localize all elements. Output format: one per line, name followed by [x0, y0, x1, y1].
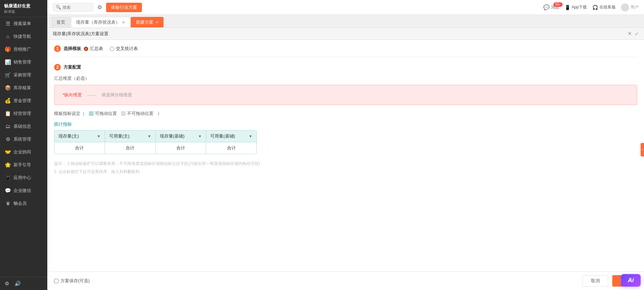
finance-icon: 💰 [5, 98, 11, 104]
sidebar-item-purchase[interactable]: 🛒 采购管理 [0, 69, 47, 81]
sidebar-item-label: 营销推广 [14, 46, 31, 52]
vip-icon: ♛ [5, 200, 11, 207]
message-badge: 99+ [553, 2, 563, 7]
radio-cross-input[interactable] [110, 47, 114, 51]
headset-icon: 🎧 [592, 5, 598, 10]
stats-table-row: 合计 合计 合计 合计 [54, 142, 256, 154]
step2-header: 2 方案配置 [54, 64, 637, 71]
tab-inventory-close-icon[interactable]: ✕ [122, 20, 125, 25]
close-button[interactable]: ✕ [627, 30, 632, 37]
save-option[interactable]: 方案保存(可选) [54, 278, 90, 284]
tip-text-1: 提示： 1.拖动标题栏可以调整布局，不可跨维度或指标区域拖动标注目字段(只能在同… [54, 160, 260, 168]
step2-number: 2 [54, 64, 61, 71]
main-section: 1 选择模板 汇总表 交叉统计表 [47, 40, 644, 188]
chevron-down-icon-3[interactable]: ▼ [249, 134, 252, 138]
sidebar-item-sales[interactable]: 📊 销售管理 [0, 56, 47, 69]
tab-inventory-status[interactable]: 现存量（库存状况表） ✕ [71, 17, 130, 27]
sidebar-item-search-menu[interactable]: ☰ 搜索菜单 [0, 17, 47, 30]
sidebar-item-newbie[interactable]: 🌟 新手引导 [0, 159, 47, 171]
drag-handle-icon [89, 111, 94, 116]
sidebar-item-base-info[interactable]: 🗂 基础信息 [0, 120, 47, 133]
sales-icon: 📊 [5, 59, 11, 65]
sidebar-item-label: 库存核算 [14, 85, 31, 91]
tip-text-2: 2. 点击标题栏下拉可设置排序、插入列和删除列 [54, 168, 140, 176]
indicator-settings-suffix: ） [157, 111, 162, 117]
sidebar-item-label: 企业微信 [14, 188, 31, 194]
sidebar-item-system[interactable]: ⚙ 系统管理 [0, 133, 47, 146]
newbie-icon: 🌟 [5, 162, 11, 168]
content-header: 现存量(库存状况表)方案设置 ✕ ⤢ [47, 28, 644, 40]
sidebar-item-label: 应用中心 [14, 175, 31, 181]
stats-col-current-main[interactable]: 现存量(主) ▼ [54, 130, 105, 142]
step1-title: 选择模板 [64, 46, 81, 52]
cancel-button[interactable]: 取消 [583, 275, 608, 287]
sidebar-item-app-center[interactable]: 📱 应用中心 [0, 171, 47, 184]
stats-table: 现存量(主) ▼ 可用量(主) ▼ 现存量(基辅) ▼ 可用量(基辅) [54, 130, 257, 154]
sidebar-item-enterprise-wechat[interactable]: 💬 企业微信 [0, 184, 47, 197]
avatar [621, 3, 629, 11]
app-download-item[interactable]: 📱 App下载 [565, 4, 587, 10]
radio-cross-label: 交叉统计表 [116, 46, 138, 52]
tab-new-scheme-close-icon[interactable]: ✕ [155, 20, 158, 25]
template-radio-group: 汇总表 交叉统计表 [84, 46, 138, 52]
sidebar-item-inventory[interactable]: 📦 库存核算 [0, 81, 47, 94]
sidebar-item-finance[interactable]: 💰 资金管理 [0, 94, 47, 107]
tab-home[interactable]: 首页 [51, 17, 70, 27]
sidebar-item-vip[interactable]: ♛ 畅会员 [0, 197, 47, 210]
sidebar-item-marketing[interactable]: 🎁 营销推广 [0, 43, 47, 56]
tab-home-label: 首页 [56, 19, 65, 25]
radio-summary-label: 汇总表 [90, 46, 103, 52]
enterprise-wechat-icon: 💬 [5, 188, 11, 194]
audio-icon[interactable]: 🔊 [15, 281, 21, 287]
stats-col-available-aux[interactable]: 可用量(基辅) ▼ [206, 130, 256, 142]
right-panel-arrow[interactable]: › [641, 143, 644, 156]
settings-icon[interactable]: ⚙ [5, 281, 9, 287]
stats-cell-3: 合计 [206, 142, 256, 154]
tabs-bar: 首页 现存量（库存状况表） ✕ 新建方案 ✕ [47, 15, 644, 28]
page-title: 现存量(库存状况表)方案设置 [53, 31, 108, 37]
sidebar-item-quick-nav[interactable]: ⌂ 快捷导航 [0, 30, 47, 43]
app-center-icon: 📱 [5, 175, 11, 181]
step1-block: 1 选择模板 汇总表 交叉统计表 [54, 45, 637, 57]
expand-button[interactable]: ⤢ [635, 30, 639, 37]
search-box[interactable]: 🔍 [53, 3, 93, 11]
dimension-area[interactable]: *纵向维度 —— 请选择分组维度 [54, 85, 637, 105]
step1-header: 1 选择模板 汇总表 交叉统计表 [54, 45, 637, 52]
radio-summary-input[interactable] [84, 47, 88, 51]
stats-col-current-aux[interactable]: 现存量(基辅) ▼ [156, 130, 206, 142]
sidebar-bottom: ⚙ 🔊 [0, 277, 47, 290]
chevron-down-icon-2[interactable]: ▼ [198, 134, 202, 138]
settings-gear-icon[interactable]: ⚙ [97, 4, 102, 10]
stats-section-label: 统计指标 [54, 121, 637, 127]
content-area: 现存量(库存状况表)方案设置 ✕ ⤢ 1 选择模板 汇总表 [47, 28, 644, 271]
stats-col-available-main-label: 可用量(主) [109, 133, 130, 139]
phone-icon: 📱 [565, 5, 570, 10]
user-avatar-item[interactable]: 用户 [621, 3, 639, 11]
radio-cross[interactable]: 交叉统计表 [110, 46, 138, 52]
online-service-item[interactable]: 🎧 在线客服 [592, 4, 616, 10]
search-icon: 🔍 [56, 5, 61, 10]
draggable-label: 可拖动位置 [95, 111, 117, 117]
save-option-checkbox[interactable] [54, 279, 58, 283]
chevron-down-icon-0[interactable]: ▼ [97, 134, 101, 138]
chevron-down-icon-1[interactable]: ▼ [148, 134, 151, 138]
tip-line-2: 2. 点击标题栏下拉可设置排序、插入列和删除列 [54, 168, 637, 176]
tab-new-scheme[interactable]: 新建方案 ✕ [131, 17, 164, 27]
sidebar-item-operations[interactable]: 📋 经营管理 [0, 107, 47, 120]
search-menu-icon: ☰ [5, 21, 11, 27]
main-area: 🔍 ⚙ 体验行业方案 💬 消息 99+ 📱 App下载 🎧 在线客服 用 [47, 0, 644, 290]
message-icon: 💬 [543, 4, 550, 10]
radio-summary[interactable]: 汇总表 [84, 46, 103, 52]
stats-col-available-main[interactable]: 可用量(主) ▼ [105, 130, 156, 142]
content-header-right: ✕ ⤢ [627, 30, 639, 37]
search-input[interactable] [63, 5, 90, 10]
industry-plan-button[interactable]: 体验行业方案 [106, 3, 142, 12]
ai-button[interactable]: Ai [621, 274, 641, 287]
sidebar-item-enterprise[interactable]: 🤝 企业协同 [0, 146, 47, 159]
sidebar-logo: 畅康通好生意 标准版 [0, 0, 47, 17]
topbar-left: 🔍 ⚙ 体验行业方案 [53, 3, 142, 12]
step1-divider [54, 57, 637, 57]
messages-item[interactable]: 💬 消息 99+ [543, 4, 559, 10]
stats-cell-2: 合计 [156, 142, 206, 154]
app-download-label: App下载 [572, 4, 587, 10]
